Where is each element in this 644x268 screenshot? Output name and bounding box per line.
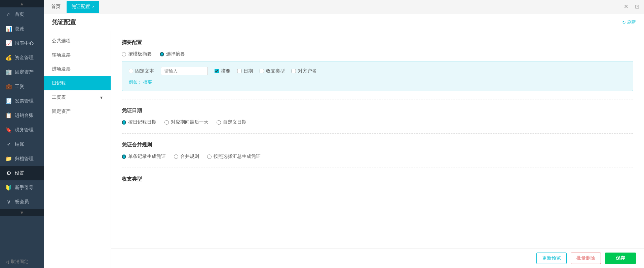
sidebar-item-settings[interactable]: ⚙ 设置 (0, 166, 44, 180)
example-value: 摘要 (143, 80, 152, 85)
merge-radio-single[interactable]: 单条记录生成凭证 (122, 153, 166, 160)
home-icon: ⌂ (5, 11, 12, 17)
left-nav-journal[interactable]: 日记账 (44, 76, 111, 90)
settings-icon: ⚙ (5, 170, 12, 176)
sidebar-item-guide[interactable]: 🔰 新手引导 (0, 180, 44, 195)
voucher-date-journal-input[interactable] (122, 120, 126, 125)
vip-icon: V (5, 199, 12, 205)
voucher-date-radio-last-due[interactable]: 对应期间最后一天 (164, 119, 209, 125)
summary-radio-template[interactable]: 按模板摘要 (122, 51, 152, 57)
voucher-date-custom-label: 自定义日期 (223, 119, 247, 125)
left-nav-journal-label: 日记账 (52, 80, 66, 86)
sidebar-scroll-up[interactable]: ▲ (0, 0, 44, 7)
merge-radio-merge-label: 合并规则 (180, 153, 199, 160)
summary-config-title: 摘要配置 (122, 39, 633, 46)
cancel-pin-button[interactable]: ◁ 取消固定 (0, 255, 44, 268)
merge-radio-select-merge[interactable]: 按照选择汇总生成凭证 (207, 153, 261, 160)
sidebar-item-vip[interactable]: V 畅会员 (0, 195, 44, 209)
checkbox-counter-name-input[interactable] (292, 69, 296, 73)
merge-radio-merge-input[interactable] (174, 154, 178, 159)
voucher-date-last-due-label: 对应期间最后一天 (171, 119, 209, 125)
voucher-date-section: 凭证日期 按日记账日期 对应期间最后一天 自定义日期 (122, 107, 633, 134)
checkbox-summary[interactable]: 摘要 (215, 68, 230, 74)
summary-radio-template-input[interactable] (122, 52, 126, 56)
sidebar-label-home: 首页 (15, 11, 24, 17)
checkbox-income-type-input[interactable] (260, 69, 264, 73)
checkbox-date[interactable]: 日期 (237, 68, 253, 74)
sidebar-label-archive: 归档管理 (15, 156, 34, 162)
left-nav-fixed-assets[interactable]: 固定资产 (44, 104, 111, 119)
closing-icon: ✓ (5, 141, 12, 147)
checkbox-income-type-label: 收支类型 (266, 68, 285, 74)
tax-icon: 🔖 (5, 127, 12, 133)
sidebar-item-funds[interactable]: 💰 资金管理 (0, 50, 44, 65)
sidebar-label-payroll: 工资 (15, 84, 24, 90)
sidebar-item-purchase-sales[interactable]: 📋 进销台账 (0, 108, 44, 123)
sidebar-item-closing[interactable]: ✓ 结账 (0, 137, 44, 151)
tab-actions: ✕ ⊡ (622, 3, 641, 10)
window-restore-button[interactable]: ⊡ (633, 3, 641, 10)
checkbox-summary-input[interactable] (215, 69, 219, 73)
merge-radio-single-input[interactable] (122, 154, 126, 159)
archive-icon: 📁 (5, 155, 12, 162)
tab-close-icon[interactable]: × (92, 4, 94, 9)
refresh-label: 刷新 (627, 19, 636, 25)
sidebar-label-invoice-mgmt: 发票管理 (15, 98, 34, 104)
sidebar-label-guide: 新手引导 (15, 185, 34, 191)
income-type-title: 收支类型 (122, 176, 633, 182)
summary-radio-select-input[interactable] (160, 52, 164, 56)
left-nav-sales-invoice-label: 销项发票 (52, 52, 71, 58)
sidebar-item-reports[interactable]: 📈 报表中心 (0, 36, 44, 50)
voucher-date-custom-input[interactable] (217, 120, 221, 125)
example-prefix: 例如： (129, 80, 142, 85)
tab-voucher-config[interactable]: 凭证配置 × (67, 1, 99, 13)
summary-radio-select[interactable]: 选择摘要 (160, 51, 185, 57)
sidebar-item-payroll[interactable]: 💼 工资 (0, 79, 44, 94)
voucher-date-radio-group: 按日记账日期 对应期间最后一天 自定义日期 (122, 119, 633, 125)
voucher-date-last-due-input[interactable] (164, 120, 169, 125)
save-button[interactable]: 保存 (605, 253, 636, 264)
checkbox-counter-name-label: 对方户名 (298, 68, 317, 74)
left-nav-purchase-invoice[interactable]: 进项发票 (44, 62, 111, 76)
voucher-date-radio-custom[interactable]: 自定义日期 (217, 119, 247, 125)
merge-radio-merge[interactable]: 合并规则 (174, 153, 199, 160)
guide-icon: 🔰 (5, 184, 12, 191)
summary-config-section: 摘要配置 按模板摘要 选择摘要 固定文本 (122, 39, 633, 99)
fixed-text-input[interactable] (161, 67, 208, 75)
window-close-button[interactable]: ✕ (622, 3, 630, 10)
left-nav-public[interactable]: 公共选项 (44, 34, 111, 48)
summary-radio-select-label: 选择摘要 (166, 51, 185, 57)
sidebar-item-home[interactable]: ⌂ 首页 (0, 7, 44, 21)
sidebar-label-funds: 资金管理 (15, 55, 34, 61)
tab-home[interactable]: 首页 (46, 1, 65, 13)
sidebar-item-assets[interactable]: 🏢 固定资产 (0, 65, 44, 79)
sidebar-item-archive[interactable]: 📁 归档管理 (0, 151, 44, 166)
checkbox-income-type[interactable]: 收支类型 (260, 68, 285, 74)
left-nav-sales-invoice[interactable]: 销项发票 (44, 48, 111, 62)
update-preview-button[interactable]: 更新预览 (536, 253, 567, 264)
funds-icon: 💰 (5, 54, 12, 61)
batch-delete-button[interactable]: 批量删除 (571, 253, 601, 264)
checkbox-date-input[interactable] (237, 69, 241, 73)
left-nav-payroll-table[interactable]: 工资表 ▾ (44, 90, 111, 104)
merge-rules-section: 凭证合并规则 单条记录生成凭证 合并规则 按照选择汇总生成凭证 (122, 142, 633, 168)
checkbox-fixed-text[interactable]: 固定文本 (129, 68, 154, 74)
example-text: 例如： 摘要 (129, 79, 626, 85)
payroll-icon: 💼 (5, 83, 12, 90)
sidebar-item-invoice-mgmt[interactable]: 🧾 发票管理 (0, 94, 44, 108)
checkbox-fixed-text-input[interactable] (129, 69, 133, 73)
merge-radio-select-merge-input[interactable] (207, 154, 212, 159)
sidebar-label-reports: 报表中心 (15, 40, 34, 46)
checkbox-counter-name[interactable]: 对方户名 (292, 68, 317, 74)
sidebar-item-tax[interactable]: 🔖 税务管理 (0, 123, 44, 137)
refresh-button[interactable]: ↻ 刷新 (622, 19, 636, 25)
left-nav-fixed-assets-label: 固定资产 (52, 108, 71, 115)
cancel-pin-label: 取消固定 (11, 259, 28, 265)
checkbox-summary-label: 摘要 (221, 68, 230, 74)
sidebar-item-ledger[interactable]: 📊 总账 (0, 21, 44, 36)
sidebar-scroll-down[interactable]: ▼ (0, 209, 44, 216)
voucher-date-radio-journal[interactable]: 按日记账日期 (122, 119, 156, 125)
left-nav-public-label: 公共选项 (52, 38, 71, 44)
checkbox-fixed-text-label: 固定文本 (135, 68, 154, 74)
refresh-icon: ↻ (622, 20, 626, 25)
